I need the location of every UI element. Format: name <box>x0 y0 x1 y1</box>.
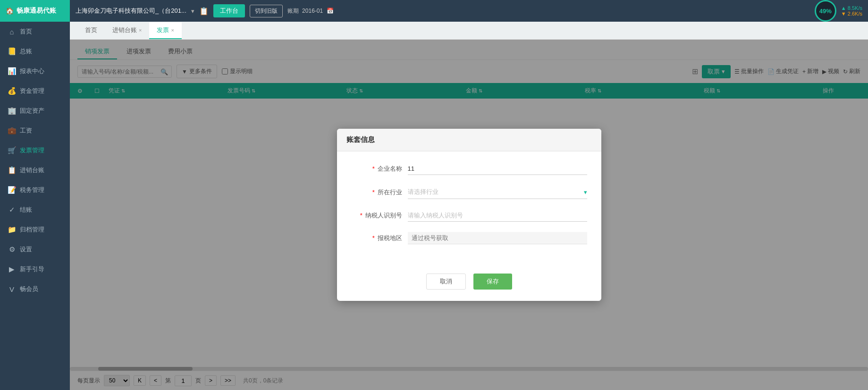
sidebar-item-salary[interactable]: 💼工资 <box>0 121 70 141</box>
tab-bar: 首页进销台账 ×发票 × <box>70 22 868 40</box>
modal-title: 账套信息 <box>337 129 601 151</box>
sidebar-label-tax: 税务管理 <box>20 186 44 194</box>
calendar-icon[interactable]: 📅 <box>327 8 334 14</box>
tab-close-invoice[interactable]: × <box>171 27 174 33</box>
company-name-row: * 企业名称 <box>351 163 587 175</box>
sidebar-item-setting[interactable]: ⚙设置 <box>0 240 70 259</box>
modal-body: * 企业名称 * 所在行业 请选择行业 ▾ <box>337 151 601 266</box>
main-content: 上海卯金刀电子科技有限公司_（台201... ▾ 📋 工作台 切到旧版 账期 2… <box>70 0 868 390</box>
sidebar-label-close: 结账 <box>20 206 32 214</box>
logo-text: 畅康通易代账 <box>17 7 56 15</box>
sidebar-item-guide[interactable]: ▶新手引导 <box>0 259 70 279</box>
sidebar-label-setting: 设置 <box>20 245 32 254</box>
sidebar-item-asset[interactable]: 🏢固定资产 <box>0 101 70 121</box>
tab-label-purchase: 进销台账 <box>112 26 137 34</box>
workspace-button[interactable]: 工作台 <box>213 4 245 17</box>
sidebar-item-ledger[interactable]: 📒总账 <box>0 41 70 61</box>
sidebar-icon-tax: 📝 <box>8 186 16 194</box>
sidebar-icon-ledger: 📒 <box>8 47 16 56</box>
content-area: 销项发票进项发票费用小票 🔍 ▼ 更多条件 显示明细 ⊞ 取票 ▾ <box>70 40 868 390</box>
sidebar-icon-close: ✓ <box>8 206 16 214</box>
sidebar-icon-report: 📊 <box>8 67 16 75</box>
sidebar-label-salary: 工资 <box>20 126 32 135</box>
sidebar-label-home: 首页 <box>20 27 32 36</box>
tab-purchase[interactable]: 进销台账 × <box>105 22 149 39</box>
sidebar-icon-asset: 🏢 <box>8 107 16 115</box>
sidebar-item-home[interactable]: ⌂首页 <box>0 22 70 41</box>
company-name-label: * 企业名称 <box>351 165 408 173</box>
company-dropdown-icon[interactable]: ▾ <box>191 8 194 15</box>
tax-id-label: * 纳税人识别号 <box>351 211 408 220</box>
sidebar-item-close[interactable]: ✓结账 <box>0 200 70 220</box>
sidebar-icon-guide: ▶ <box>8 265 16 274</box>
industry-row: * 所在行业 请选择行业 ▾ <box>351 185 587 199</box>
sidebar-icon-salary: 💼 <box>8 126 16 135</box>
tab-invoice[interactable]: 发票 × <box>149 22 181 39</box>
sidebar-logo: 🏠 畅康通易代账 <box>0 0 70 22</box>
cancel-button[interactable]: 取消 <box>426 274 466 290</box>
old-version-button[interactable]: 切到旧版 <box>250 5 283 17</box>
sidebar: 🏠 畅康通易代账 ⌂首页📒总账📊报表中心💰资金管理🏢固定资产💼工资🛒发票管理📋进… <box>0 0 70 390</box>
tax-region-row: * 报税地区 <box>351 232 587 244</box>
sidebar-icon-fund: 💰 <box>8 87 16 95</box>
modal-overlay: 账套信息 * 企业名称 * 所在行业 <box>70 40 868 390</box>
sidebar-icon-archive: 📁 <box>8 225 16 234</box>
industry-label: * 所在行业 <box>351 188 408 197</box>
sidebar-item-invoice[interactable]: 🛒发票管理 <box>0 141 70 160</box>
sidebar-item-vip[interactable]: V畅会员 <box>0 279 70 299</box>
industry-select[interactable]: 请选择行业 ▾ <box>408 185 587 199</box>
sidebar-label-fund: 资金管理 <box>20 87 44 95</box>
modal-footer: 取消 保存 <box>337 266 601 301</box>
sidebar-icon-invoice: 🛒 <box>8 146 16 155</box>
archive-icon[interactable]: 📋 <box>199 7 209 16</box>
account-info-modal: 账套信息 * 企业名称 * 所在行业 <box>337 129 601 301</box>
network-speed: ▲ 8.5K/s ▼ 2.6K/s <box>841 5 862 17</box>
logo-icon: 🏠 <box>6 7 14 15</box>
speed-indicator: 49% <box>815 0 836 22</box>
sidebar-label-archive: 归档管理 <box>20 225 44 234</box>
tax-region-field <box>408 232 587 244</box>
chevron-down-icon: ▾ <box>584 189 587 196</box>
topbar: 上海卯金刀电子科技有限公司_（台201... ▾ 📋 工作台 切到旧版 账期 2… <box>70 0 868 22</box>
sidebar-label-vip: 畅会员 <box>20 285 38 293</box>
sidebar-icon-setting: ⚙ <box>8 245 16 254</box>
period-label: 账期 2016-01 📅 <box>287 7 334 15</box>
tax-id-row: * 纳税人识别号 <box>351 209 587 222</box>
sidebar-label-report: 报表中心 <box>20 67 44 75</box>
sidebar-label-invoice: 发票管理 <box>20 146 44 155</box>
company-name-field[interactable] <box>408 163 587 175</box>
sidebar-item-purchase[interactable]: 📋进销台账 <box>0 160 70 180</box>
sidebar-icon-purchase: 📋 <box>8 166 16 174</box>
sidebar-icon-home: ⌂ <box>8 28 16 36</box>
sidebar-label-asset: 固定资产 <box>20 107 44 115</box>
tax-id-field[interactable] <box>408 209 587 222</box>
sidebar-label-ledger: 总账 <box>20 47 32 56</box>
tab-label-invoice: 发票 <box>157 26 169 34</box>
company-name: 上海卯金刀电子科技有限公司_（台201... <box>76 7 186 15</box>
tab-home[interactable]: 首页 <box>77 22 105 39</box>
sidebar-item-report[interactable]: 📊报表中心 <box>0 61 70 81</box>
sidebar-item-fund[interactable]: 💰资金管理 <box>0 81 70 101</box>
tab-close-purchase[interactable]: × <box>139 27 142 33</box>
sidebar-label-guide: 新手引导 <box>20 265 44 274</box>
tab-label-home: 首页 <box>85 26 97 34</box>
sidebar-label-purchase: 进销台账 <box>20 166 44 174</box>
save-button[interactable]: 保存 <box>473 274 512 290</box>
sidebar-icon-vip: V <box>8 285 16 293</box>
sidebar-item-tax[interactable]: 📝税务管理 <box>0 180 70 200</box>
tax-region-label: * 报税地区 <box>351 234 408 242</box>
sidebar-item-archive[interactable]: 📁归档管理 <box>0 220 70 240</box>
